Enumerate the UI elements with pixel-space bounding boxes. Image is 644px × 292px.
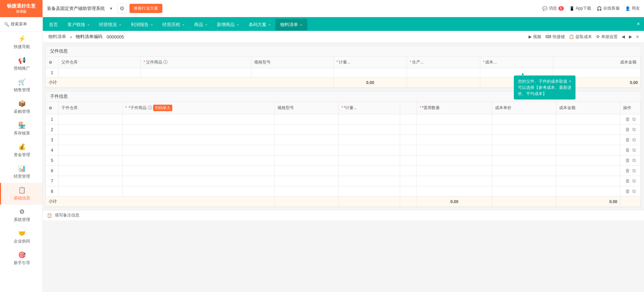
child-product-cell-2[interactable] [122, 135, 274, 145]
child-unit-cell-2[interactable] [338, 135, 400, 145]
sidebar-item-basic[interactable]: 📋基础信息 [0, 183, 42, 205]
child-unit-cost-cell-7[interactable] [492, 186, 556, 197]
child-unit-cell-1[interactable] [338, 125, 400, 135]
child-spec-cell-2[interactable] [274, 135, 338, 145]
child-quantity-cell-5[interactable] [417, 166, 492, 176]
child-product-cell-3[interactable] [122, 145, 274, 155]
child-unit-cell-5[interactable] [338, 166, 400, 176]
nav-tab-0[interactable]: 首页 [44, 19, 63, 31]
shortcut-action[interactable]: ⌨ 快捷键 [545, 34, 565, 40]
child-settings-icon[interactable]: ⚙ [49, 106, 52, 110]
scan-input-button[interactable]: 扫码录入 [153, 105, 172, 111]
delete-row-button-2[interactable]: 🗑 [625, 137, 630, 142]
nav-tab-7[interactable]: 条码方案× [244, 19, 275, 31]
child-product-cell-0[interactable] [122, 114, 274, 125]
delete-row-button-7[interactable]: 🗑 [625, 188, 630, 194]
child-unit-cost-cell-2[interactable] [492, 135, 556, 145]
child-spec-cell-1[interactable] [274, 125, 338, 135]
child-product-cell-1[interactable] [122, 125, 274, 135]
child-spec-cell-6[interactable] [274, 176, 338, 186]
settings-col-icon[interactable]: ⚙ [49, 60, 52, 65]
tab-close-1[interactable]: × [87, 23, 89, 27]
parent-unit-cell[interactable] [334, 68, 407, 78]
child-product-cell-4[interactable] [122, 155, 274, 166]
child-warehouse-cell-7[interactable] [58, 186, 122, 197]
nav-tab-3[interactable]: 利润报告× [126, 19, 158, 31]
child-product-cell-7[interactable] [122, 186, 274, 197]
sidebar-item-inventory[interactable]: 🏪库存核算 [0, 118, 42, 140]
child-unit-cost-cell-5[interactable] [492, 166, 556, 176]
tab-close-8[interactable]: × [300, 23, 302, 27]
sidebar-item-guide[interactable]: 🎯新手引导 [0, 248, 42, 269]
search-menu-button[interactable]: 🔍 搜索菜单 [3, 20, 40, 28]
child-warehouse-cell-3[interactable] [58, 145, 122, 155]
tab-close-4[interactable]: × [182, 23, 184, 27]
extract-cost-action[interactable]: 📋 提取成本 [569, 34, 592, 40]
tab-close-2[interactable]: × [119, 23, 121, 27]
child-unit-cost-cell-3[interactable] [492, 145, 556, 155]
copy-row-button-3[interactable]: ⧉ [632, 147, 636, 153]
child-product-cell-5[interactable] [122, 166, 274, 176]
parent-product-cell[interactable] [141, 68, 251, 78]
delete-row-button-5[interactable]: 🗑 [625, 168, 630, 173]
nav-tab-2[interactable]: 经营情况× [94, 19, 126, 31]
parent-warehouse-cell[interactable] [58, 68, 141, 78]
sidebar-item-marketing[interactable]: 📢营销推广 [0, 53, 42, 75]
parent-spec-cell[interactable] [251, 68, 334, 78]
child-unit-cell-0[interactable] [338, 114, 400, 125]
child-unit-cost-cell-0[interactable] [492, 114, 556, 125]
bottom-label[interactable]: 填写备注信息 [55, 212, 79, 218]
tab-close-5[interactable]: × [205, 23, 207, 27]
list-view-button[interactable]: ≡ [636, 34, 639, 39]
tab-close-7[interactable]: × [269, 23, 271, 27]
nav-tab-6[interactable]: 新增商品× [212, 19, 244, 31]
delete-row-button-4[interactable]: 🗑 [625, 157, 630, 163]
sidebar-item-finance[interactable]: 💰资金管理 [0, 140, 42, 161]
child-quantity-cell-4[interactable] [417, 155, 492, 166]
close-all-tabs-button[interactable]: × [634, 20, 643, 28]
message-button[interactable]: 💬 消息 6 [542, 5, 564, 11]
online-service-button[interactable]: 🎧 在线客服 [597, 5, 620, 11]
child-quantity-cell-3[interactable] [417, 145, 492, 155]
child-unit-cell-3[interactable] [338, 145, 400, 155]
child-spec-cell-0[interactable] [274, 114, 338, 125]
nav-tab-1[interactable]: 客户联络× [63, 19, 94, 31]
child-unit-cell-7[interactable] [338, 186, 400, 197]
delete-row-button-0[interactable]: 🗑 [625, 116, 630, 122]
copy-row-button-1[interactable]: ⧉ [632, 127, 636, 132]
copy-row-button-4[interactable]: ⧉ [632, 157, 636, 163]
user-menu-button[interactable]: 👤 用友 [625, 5, 640, 11]
delete-row-button-1[interactable]: 🗑 [625, 127, 630, 132]
copy-row-button-5[interactable]: ⧉ [632, 168, 636, 173]
child-product-cell-6[interactable] [122, 176, 274, 186]
child-warehouse-cell-0[interactable] [58, 114, 122, 125]
child-quantity-cell-0[interactable] [417, 114, 492, 125]
nav-tab-4[interactable]: 经营历程× [158, 19, 189, 31]
copy-row-button-6[interactable]: ⧉ [632, 178, 636, 184]
child-quantity-cell-1[interactable] [417, 125, 492, 135]
video-action[interactable]: ▶ 视频 [529, 34, 541, 40]
sidebar-item-operation[interactable]: 📊经营管理 [0, 161, 42, 183]
tab-close-3[interactable]: × [151, 23, 153, 27]
trial-button[interactable]: 体验行业方案 [129, 4, 162, 13]
single-settings-action[interactable]: ⚙ 单据设置 [596, 34, 618, 40]
child-spec-cell-7[interactable] [274, 186, 338, 197]
child-unit-cost-cell-1[interactable] [492, 125, 556, 135]
child-quantity-cell-7[interactable] [417, 186, 492, 197]
sidebar-item-system[interactable]: ⚙系统管理 [0, 205, 42, 226]
tooltip-close-button[interactable]: × [569, 78, 571, 84]
nav-tab-5[interactable]: 商品× [189, 19, 212, 31]
child-quantity-cell-2[interactable] [417, 135, 492, 145]
parent-produce-cell[interactable] [407, 68, 480, 78]
sidebar-item-enterprise[interactable]: 🤝企业协同 [0, 226, 42, 248]
child-unit-cost-cell-6[interactable] [492, 176, 556, 186]
child-unit-cost-cell-4[interactable] [492, 155, 556, 166]
nav-prev-button[interactable]: ◀ [622, 34, 625, 39]
child-warehouse-cell-1[interactable] [58, 125, 122, 135]
settings-gear-button[interactable]: ⚙ [117, 4, 127, 13]
child-unit-cell-4[interactable] [338, 155, 400, 166]
sidebar-item-quicknav[interactable]: ⚡快捷导航 [0, 32, 42, 53]
child-warehouse-cell-5[interactable] [58, 166, 122, 176]
child-quantity-cell-6[interactable] [417, 176, 492, 186]
copy-row-button-0[interactable]: ⧉ [632, 116, 636, 122]
